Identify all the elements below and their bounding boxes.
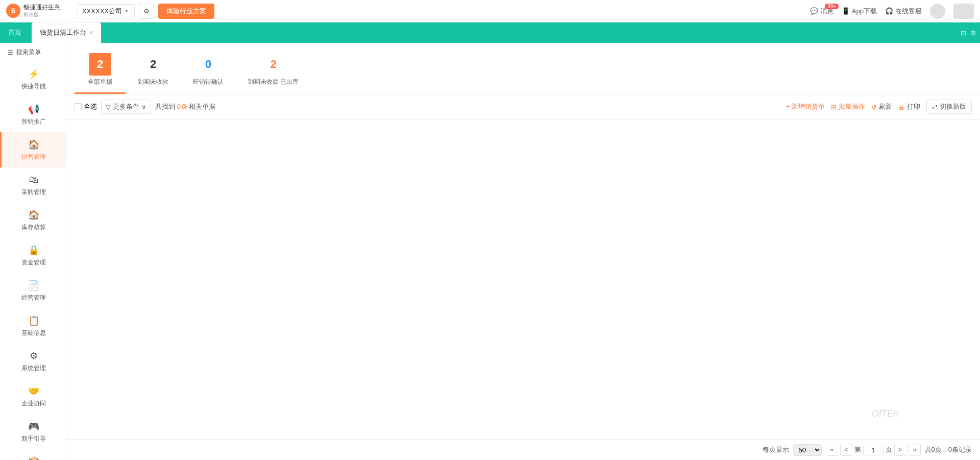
box-icon: 📦	[28, 455, 40, 460]
sidebar-item-basic-info[interactable]: 📋 基础信息	[0, 308, 66, 344]
switch-label: 切换新版	[940, 102, 966, 111]
stat-tab-shipped[interactable]: 2 到期未收款 已出库	[236, 49, 311, 94]
sidebar-item-guide[interactable]: 🎮 新手引导	[0, 414, 66, 449]
system-label: 系统管理	[21, 364, 46, 373]
tab-bar: 首页 钱货日清工作台 × ⊡ ⊞	[0, 22, 980, 43]
stat-label-overdue: 到期未收款	[138, 78, 168, 86]
select-all-checkbox[interactable]	[75, 103, 82, 110]
tab-qianhuoriqing[interactable]: 钱货日清工作台 ×	[32, 22, 101, 43]
sales-label: 销售管理	[21, 153, 46, 161]
logo-name: 畅捷通好生意	[23, 4, 60, 11]
switch-new-version-button[interactable]: ⇄ 切换新版	[926, 100, 972, 114]
sidebar-item-marketing[interactable]: 📢 营销推广	[0, 97, 66, 132]
trial-button[interactable]: 体验行业方案	[158, 4, 214, 19]
sidebar-item-sales[interactable]: 🏠 销售管理	[0, 132, 66, 167]
new-sales-order-button[interactable]: + 新增销货单	[786, 102, 825, 111]
prev-page-button[interactable]: <	[840, 444, 852, 456]
avatar[interactable]	[930, 4, 945, 19]
marketing-label: 营销推广	[21, 117, 46, 126]
sidebar-item-inventory[interactable]: 🏠 库存核算	[0, 203, 66, 238]
tab-home[interactable]: 首页	[0, 22, 30, 43]
megaphone-icon: 📢	[28, 103, 40, 115]
online-service-label: 在线客服	[895, 7, 922, 16]
toolbar-right: + 新增销货单 ⊞ 批量操作 ↺ 刷新 🖨 打印 ⇄ 切换新版	[786, 100, 972, 114]
stat-num-shipped: 2	[262, 53, 285, 76]
print-icon: 🖨	[898, 103, 905, 111]
content-area: 2 全部单据 2 到期未收款 0 旺铺待确认 2 到期未收款 已出库 全选	[66, 43, 980, 460]
sidebar-item-system[interactable]: ⚙ 系统管理	[0, 344, 66, 379]
last-page-button[interactable]: »	[909, 444, 921, 456]
found-prefix: 共找到	[155, 103, 175, 110]
message-button[interactable]: 💬 消息 99+	[810, 7, 834, 16]
batch-operation-button[interactable]: ⊞ 批量操作	[831, 102, 865, 111]
user-name-area[interactable]	[953, 4, 974, 19]
settings-button[interactable]: ⚙	[139, 4, 154, 19]
finance-label: 资金管理	[21, 258, 46, 267]
quick-nav-label: 快捷导航	[21, 82, 46, 91]
bag-icon: 🛍	[28, 174, 40, 186]
select-all-area[interactable]: 全选	[75, 102, 97, 111]
search-icon: ☰	[8, 49, 13, 56]
logo-icon: 6	[6, 4, 20, 18]
page-input[interactable]	[863, 445, 884, 455]
tab-controls[interactable]: ⊡ ⊞	[961, 29, 980, 37]
stat-tab-wangpu[interactable]: 0 旺铺待确认	[181, 49, 236, 94]
refresh-button[interactable]: ↺ 刷新	[871, 102, 892, 111]
app-download-icon: 📱	[842, 7, 850, 15]
home-tab-label: 首页	[8, 28, 21, 37]
app-download-button[interactable]: 📱 App下载	[842, 7, 877, 16]
sidebar-item-app-center[interactable]: 📦 应用中心	[0, 449, 66, 460]
close-icon[interactable]: ×	[89, 29, 93, 36]
batch-icon: ⊞	[831, 103, 837, 111]
restore-icon: ⊡	[961, 29, 966, 37]
stat-tab-all[interactable]: 2 全部单据	[75, 49, 126, 94]
pagination: 每页显示 50 100 « < 第 页 > » 共0页，0条记录	[66, 439, 980, 460]
lightning-icon: ⚡	[28, 68, 40, 80]
top-header: 6 畅捷通好生意 标准版 XXXXXX公司 ▼ ⚙ 体验行业方案 💬 消息 99…	[0, 0, 980, 22]
sidebar-item-finance[interactable]: 🔒 资金管理	[0, 238, 66, 273]
headset-icon: 🎧	[885, 7, 893, 15]
first-page-button[interactable]: «	[826, 444, 838, 456]
expand-icon: ⊞	[970, 29, 976, 37]
total-records: 共0页，0条记录	[925, 445, 972, 454]
sidebar-item-operations[interactable]: 📄 经营管理	[0, 273, 66, 308]
filter-button[interactable]: ▽ 更多条件 ∨	[101, 100, 151, 114]
operations-label: 经营管理	[21, 294, 46, 302]
found-count: 0条	[177, 103, 187, 110]
handshake-icon: 🤝	[28, 385, 40, 397]
print-button[interactable]: 🖨 打印	[898, 102, 920, 111]
stat-num-wangpu: 0	[197, 53, 219, 76]
filter-label: 更多条件	[113, 102, 139, 111]
document-icon: 📄	[28, 279, 40, 292]
logo-text-area: 畅捷通好生意 标准版	[23, 4, 60, 18]
company-name: XXXXXX公司	[82, 7, 122, 16]
per-page-label: 每页显示	[763, 445, 789, 454]
stat-tab-overdue[interactable]: 2 到期未收款	[126, 49, 181, 94]
page-nav: « < 第 页 > »	[826, 444, 921, 456]
stat-num-overdue: 2	[142, 53, 164, 76]
online-service-button[interactable]: 🎧 在线客服	[885, 7, 922, 16]
gear-icon: ⚙	[143, 7, 150, 15]
stat-label-wangpu: 旺铺待确认	[193, 78, 224, 86]
sidebar-item-search-menu[interactable]: ☰ 搜索菜单	[0, 43, 66, 62]
found-suffix: 相关单据	[189, 103, 215, 110]
sidebar-item-purchase[interactable]: 🛍 采购管理	[0, 167, 66, 203]
next-page-button[interactable]: >	[894, 444, 906, 456]
house-icon: 🏠	[28, 138, 40, 151]
basic-info-label: 基础信息	[21, 329, 46, 337]
table-area	[66, 119, 980, 439]
search-menu-label: 搜索菜单	[16, 48, 41, 57]
message-icon: 💬	[810, 7, 818, 15]
refresh-icon: ↺	[871, 103, 877, 111]
sidebar-item-quick-nav[interactable]: ⚡ 快捷导航	[0, 62, 66, 97]
sidebar-item-cooperation[interactable]: 🤝 企业协同	[0, 379, 66, 414]
logo-subtitle: 标准版	[23, 11, 60, 18]
stat-num-all: 2	[89, 53, 111, 76]
app-download-label: App下载	[852, 7, 877, 16]
active-tab-label: 钱货日清工作台	[40, 28, 86, 37]
per-page-select[interactable]: 50 100	[793, 444, 822, 456]
company-selector[interactable]: XXXXXX公司 ▼	[77, 4, 135, 18]
select-all-label: 全选	[84, 102, 97, 111]
filter-arrow-icon: ∨	[141, 103, 146, 111]
inventory-icon: 🏠	[28, 209, 40, 221]
